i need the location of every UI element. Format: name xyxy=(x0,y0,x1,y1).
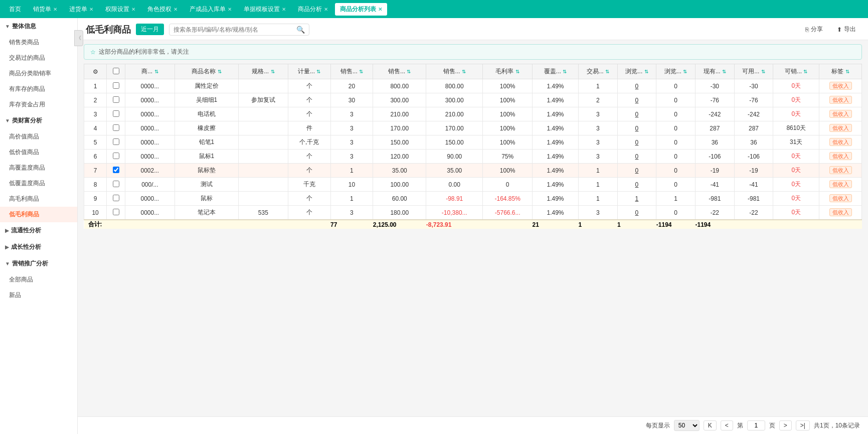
nav-close-icon[interactable]: ✕ xyxy=(89,7,93,12)
sidebar-item-商品分类助销率[interactable]: 商品分类助销率 xyxy=(0,66,77,81)
row-checkbox-cell[interactable] xyxy=(107,178,125,192)
sidebar-section-成长性分析[interactable]: ▶ 成长性分析 xyxy=(0,239,77,255)
nav-home[interactable]: 首页 xyxy=(4,3,26,16)
nav-permissions[interactable]: 权限设置 ✕ xyxy=(100,3,140,16)
col-sales-amt[interactable]: 销售... ⇅ xyxy=(373,64,426,79)
per-page-select[interactable]: 50 100 200 xyxy=(674,420,700,431)
nav-close-icon[interactable]: ✕ xyxy=(131,7,135,12)
row-checkbox-cell[interactable] xyxy=(107,135,125,150)
col-coverage[interactable]: 覆盖... ⇅ xyxy=(533,64,579,79)
col-browse1[interactable]: 浏览... ⇅ xyxy=(617,64,656,79)
sidebar-section-类财富分析[interactable]: ▼ 类财富分析 xyxy=(0,112,77,129)
row-checkbox-cell[interactable] xyxy=(107,93,125,107)
col-profit-rate[interactable]: 毛利率 ⇅ xyxy=(483,64,533,79)
row-checkbox[interactable] xyxy=(113,138,119,145)
nav-close-icon[interactable]: ✕ xyxy=(173,7,178,12)
sidebar-item-低覆盖度商品[interactable]: 低覆盖度商品 xyxy=(0,176,77,191)
trade-link[interactable]: 1 xyxy=(635,195,639,202)
sidebar-item-销售类商品[interactable]: 销售类商品 xyxy=(0,35,77,50)
trade-link[interactable]: 0 xyxy=(635,111,639,118)
page-number-input[interactable] xyxy=(747,420,765,430)
trade-link[interactable]: 0 xyxy=(635,153,639,160)
row-checkbox[interactable] xyxy=(113,124,119,131)
col-name[interactable]: 商品名称 ⇅ xyxy=(175,64,238,79)
nav-close-icon[interactable]: ✕ xyxy=(378,7,382,12)
next-page-button[interactable]: > xyxy=(779,420,792,430)
sidebar-item-低价值商品[interactable]: 低价值商品 xyxy=(0,144,77,160)
row-checkbox[interactable] xyxy=(113,181,119,187)
share-button[interactable]: ⎘ 分享 xyxy=(801,23,827,36)
nav-template-settings[interactable]: 单据模板设置 ✕ xyxy=(239,3,291,16)
sidebar-item-库存资金占用[interactable]: 库存资金占用 xyxy=(0,97,77,112)
sidebar-section-整体信息[interactable]: ▼ 整体信息 xyxy=(0,18,77,35)
nav-goods-analysis[interactable]: 商品分析 ✕ xyxy=(293,3,333,16)
sidebar-item-交易过的商品[interactable]: 交易过的商品 xyxy=(0,50,77,66)
col-stock[interactable]: 现有... ⇅ xyxy=(695,64,734,79)
row-checkbox[interactable] xyxy=(113,209,119,215)
sidebar-item-新品[interactable]: 新品 xyxy=(0,287,77,303)
trade-link[interactable]: 0 xyxy=(635,125,639,132)
trade-link[interactable]: 0 xyxy=(635,83,639,90)
row-checkbox-cell[interactable] xyxy=(107,150,125,164)
nav-goods-analysis-list[interactable]: 商品分析列表 ✕ xyxy=(335,3,387,16)
row-checkbox-cell[interactable] xyxy=(107,164,125,178)
row-checkbox-cell[interactable] xyxy=(107,107,125,121)
row-checkbox-cell[interactable] xyxy=(107,121,125,135)
nav-product-in[interactable]: 产成品入库单 ✕ xyxy=(185,3,237,16)
col-code[interactable]: 商... ⇅ xyxy=(125,64,175,79)
sidebar-item-全部商品[interactable]: 全部商品 xyxy=(0,272,77,287)
sidebar-item-有库存的商品[interactable]: 有库存的商品 xyxy=(0,81,77,97)
sidebar-item-高价值商品[interactable]: 高价值商品 xyxy=(0,129,77,144)
search-box[interactable]: 🔍 xyxy=(169,24,309,36)
col-browse2[interactable]: 浏览... ⇅ xyxy=(656,64,696,79)
col-qty[interactable]: 销售... ⇅ xyxy=(330,64,373,79)
row-checkbox[interactable] xyxy=(113,167,119,173)
prev-page-button[interactable]: < xyxy=(721,420,733,430)
first-page-button[interactable]: K xyxy=(704,420,717,430)
col-settings[interactable]: ⚙ xyxy=(84,64,107,79)
nav-role-auth[interactable]: 角色授权 ✕ xyxy=(142,3,183,16)
sidebar-section-营销推广分析[interactable]: ▼ 营销推广分析 xyxy=(0,255,77,272)
nav-close-icon[interactable]: ✕ xyxy=(282,7,286,12)
col-sales-profit[interactable]: 销售... ⇅ xyxy=(426,64,483,79)
nav-close-icon[interactable]: ✕ xyxy=(228,7,232,12)
filter-recent-month-button[interactable]: 近一月 xyxy=(136,24,164,35)
trade-link[interactable]: 0 xyxy=(635,139,639,146)
row-checkbox[interactable] xyxy=(113,82,119,89)
sidebar-item-高毛利商品[interactable]: 高毛利商品 xyxy=(0,191,77,207)
select-all-checkbox[interactable] xyxy=(113,68,119,74)
trade-link[interactable]: 0 xyxy=(635,181,639,188)
nav-purchase-order[interactable]: 进货单 ✕ xyxy=(64,3,98,16)
col-checkbox[interactable] xyxy=(107,64,125,79)
col-tag[interactable]: 标签 ⇅ xyxy=(819,64,862,79)
col-available[interactable]: 可用... ⇅ xyxy=(734,64,773,79)
nav-close-icon[interactable]: ✕ xyxy=(53,7,57,12)
nav-sales-order[interactable]: 销货单 ✕ xyxy=(28,3,62,16)
row-checkbox[interactable] xyxy=(113,110,119,117)
col-spec[interactable]: 规格... ⇅ xyxy=(238,64,288,79)
col-unit[interactable]: 计量... ⇅ xyxy=(288,64,330,79)
trade-link[interactable]: 0 xyxy=(635,167,639,174)
sidebar-item-高覆盖度商品[interactable]: 高覆盖度商品 xyxy=(0,160,77,176)
last-page-button[interactable]: >| xyxy=(796,420,810,430)
search-icon[interactable]: 🔍 xyxy=(296,26,305,34)
row-checkbox-cell[interactable] xyxy=(107,206,125,220)
search-input[interactable] xyxy=(173,26,296,33)
export-button[interactable]: ⬆ 导出 xyxy=(833,23,860,36)
sidebar-item-低毛利商品[interactable]: 低毛利商品 xyxy=(0,207,77,222)
row-checkbox-cell[interactable] xyxy=(107,192,125,206)
col-saleable[interactable]: 可销... ⇅ xyxy=(773,64,819,79)
row-checkbox[interactable] xyxy=(113,153,119,159)
sidebar-section-流通性分析[interactable]: ▶ 流通性分析 xyxy=(0,222,77,239)
row-no: 6 xyxy=(84,150,107,164)
row-tag: 低收入 xyxy=(819,150,862,164)
row-browse1: 0 xyxy=(656,164,696,178)
nav-close-icon[interactable]: ✕ xyxy=(324,7,328,12)
sidebar-collapse-button[interactable]: 《 xyxy=(74,30,83,46)
row-checkbox[interactable] xyxy=(113,96,119,103)
trade-link[interactable]: 0 xyxy=(635,209,639,216)
row-checkbox-cell[interactable] xyxy=(107,79,125,93)
row-checkbox[interactable] xyxy=(113,195,119,201)
trade-link[interactable]: 0 xyxy=(635,97,639,104)
col-trade[interactable]: 交易... ⇅ xyxy=(578,64,617,79)
